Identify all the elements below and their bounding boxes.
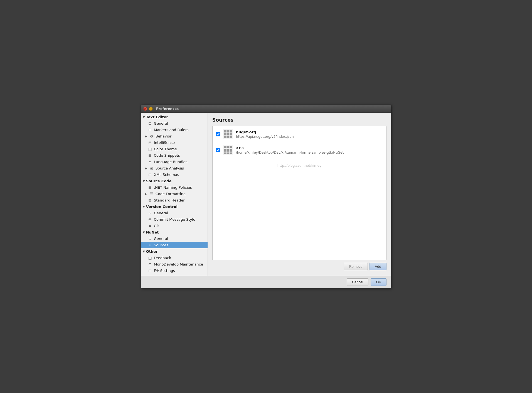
svg-rect-72 bbox=[230, 153, 231, 154]
svg-rect-16 bbox=[228, 133, 229, 134]
source-item-1: XF3 /home/kinfey/Desktop/Dev/xf/xamarin-… bbox=[213, 142, 386, 158]
svg-rect-54 bbox=[230, 149, 231, 150]
source-checkbox-0[interactable] bbox=[216, 132, 220, 136]
svg-rect-43 bbox=[231, 146, 232, 147]
nuget-icon-1 bbox=[223, 145, 233, 155]
svg-rect-22 bbox=[228, 134, 229, 135]
svg-rect-66 bbox=[230, 151, 231, 153]
svg-rect-62 bbox=[224, 151, 225, 153]
svg-rect-71 bbox=[228, 153, 229, 154]
sidebar-section-source-code[interactable]: ▼ Source Code bbox=[141, 178, 208, 184]
svg-rect-26 bbox=[225, 136, 226, 137]
svg-rect-45 bbox=[225, 147, 226, 148]
sidebar-item-sources[interactable]: ✦ Sources bbox=[141, 242, 208, 248]
feedback-icon: ◫ bbox=[148, 256, 152, 260]
color-icon: ◫ bbox=[148, 147, 152, 151]
nuget-icon-0 bbox=[223, 129, 233, 139]
header-icon: ⊞ bbox=[148, 198, 152, 202]
svg-rect-41 bbox=[228, 146, 229, 147]
remove-button[interactable]: Remove bbox=[344, 263, 368, 270]
svg-rect-10 bbox=[228, 131, 229, 132]
source-url-1: /home/kinfey/Desktop/Dev/xf/xamarin-form… bbox=[236, 151, 344, 154]
content-area: ▼ Text Editor ⊡ General ⊟ Markers and Ru… bbox=[141, 113, 391, 276]
commit-icon: ◎ bbox=[148, 217, 152, 222]
sidebar-item-monodevelop[interactable]: ⚙ MonoDevelop Maintenance bbox=[141, 261, 208, 267]
sidebar-item-language-bundles[interactable]: ✦ Language Bundles bbox=[141, 159, 208, 165]
sidebar-item-standard-header[interactable]: ⊞ Standard Header bbox=[141, 197, 208, 203]
svg-rect-63 bbox=[225, 151, 226, 153]
ok-button[interactable]: OK bbox=[371, 278, 386, 286]
svg-rect-64 bbox=[227, 151, 228, 153]
svg-rect-34 bbox=[228, 137, 229, 138]
svg-rect-61 bbox=[231, 150, 232, 151]
svg-rect-27 bbox=[227, 136, 228, 137]
svg-rect-28 bbox=[228, 136, 229, 137]
arrow-nuget: ▼ bbox=[143, 231, 145, 234]
svg-rect-1 bbox=[224, 130, 225, 131]
panel-bottom-bar: Remove Add bbox=[212, 260, 386, 271]
svg-rect-18 bbox=[231, 133, 232, 134]
analysis-icon: ◉ bbox=[149, 166, 154, 170]
sidebar-item-general-te[interactable]: ⊡ General bbox=[141, 120, 208, 127]
sidebar-section-text-editor[interactable]: ▼ Text Editor bbox=[141, 114, 208, 120]
sidebar-item-feedback[interactable]: ◫ Feedback bbox=[141, 255, 208, 261]
watermark: http://blog.csdn.net/kinfey bbox=[213, 158, 386, 173]
sidebar-item-commit-message[interactable]: ◎ Commit Message Style bbox=[141, 216, 208, 223]
svg-rect-53 bbox=[228, 149, 229, 150]
svg-rect-73 bbox=[231, 153, 232, 154]
sidebar-item-nuget-general[interactable]: ⊙ General bbox=[141, 235, 208, 242]
sidebar-item-color-theme[interactable]: ◫ Color Theme bbox=[141, 146, 208, 152]
sources-list: nuget.org https://api.nuget.org/v3/index… bbox=[212, 126, 386, 260]
sidebar-section-version-control[interactable]: ▼ Version Control bbox=[141, 203, 208, 210]
sidebar-item-behavior[interactable]: ▶ ⚙ Behavior bbox=[141, 133, 208, 139]
svg-rect-57 bbox=[225, 150, 226, 151]
minimize-button[interactable] bbox=[149, 107, 153, 111]
cancel-button[interactable]: Cancel bbox=[347, 278, 368, 286]
svg-rect-24 bbox=[231, 134, 232, 135]
nuget-general-icon: ⊙ bbox=[148, 237, 152, 241]
sidebar-section-label-nuget: NuGet bbox=[146, 230, 159, 234]
source-item-0: nuget.org https://api.nuget.org/v3/index… bbox=[213, 126, 386, 142]
sidebar-item-markers[interactable]: ⊟ Markers and Rulers bbox=[141, 127, 208, 133]
svg-rect-56 bbox=[224, 150, 225, 151]
sidebar-item-vc-general[interactable]: ⚡ General bbox=[141, 210, 208, 216]
svg-rect-13 bbox=[224, 133, 225, 134]
git-icon: ◆ bbox=[148, 224, 152, 228]
sidebar-section-other[interactable]: ▼ Other bbox=[141, 248, 208, 255]
sidebar-section-nuget[interactable]: ▼ NuGet bbox=[141, 229, 208, 235]
sidebar-item-source-analysis[interactable]: ▶ ◉ Source Analysis bbox=[141, 165, 208, 171]
svg-rect-50 bbox=[224, 149, 225, 150]
source-name-0: nuget.org bbox=[236, 130, 294, 134]
svg-rect-30 bbox=[231, 136, 232, 137]
fsharp-icon: ⊡ bbox=[148, 269, 152, 273]
svg-rect-67 bbox=[231, 151, 232, 153]
svg-rect-23 bbox=[230, 134, 231, 135]
close-button[interactable]: ✕ bbox=[143, 107, 147, 111]
sidebar-item-code-snippets[interactable]: ⊞ Code Snippets bbox=[141, 152, 208, 159]
svg-rect-32 bbox=[225, 137, 226, 138]
vc-general-icon: ⚡ bbox=[148, 211, 152, 215]
svg-rect-40 bbox=[227, 146, 228, 147]
svg-rect-46 bbox=[227, 147, 228, 148]
sidebar-section-label-source-code: Source Code bbox=[146, 179, 172, 183]
sidebar-item-code-formatting[interactable]: ▶ ☰ Code Formatting bbox=[141, 191, 208, 197]
svg-rect-47 bbox=[228, 147, 229, 148]
svg-rect-8 bbox=[225, 131, 226, 132]
sidebar-section-label-version-control: Version Control bbox=[146, 205, 178, 209]
titlebar: ✕ Preferences bbox=[141, 105, 391, 113]
sidebar-item-intellisense[interactable]: ⊞ IntelliSense bbox=[141, 139, 208, 146]
panel-title: Sources bbox=[212, 117, 386, 123]
source-action-buttons: Remove Add bbox=[344, 263, 386, 270]
svg-rect-14 bbox=[225, 133, 226, 134]
sidebar-item-git[interactable]: ◆ Git bbox=[141, 223, 208, 229]
sidebar-item-naming[interactable]: ⊟ .NET Naming Policies bbox=[141, 184, 208, 191]
svg-rect-7 bbox=[224, 131, 225, 132]
svg-rect-60 bbox=[230, 150, 231, 151]
source-checkbox-1[interactable] bbox=[216, 148, 220, 152]
arrow-analysis: ▶ bbox=[145, 167, 147, 170]
svg-rect-38 bbox=[224, 146, 225, 147]
sidebar-item-fsharp[interactable]: ⊡ F# Settings bbox=[141, 267, 208, 274]
sidebar-item-xml-schemas[interactable]: ⊡ XML Schemas bbox=[141, 171, 208, 178]
add-button[interactable]: Add bbox=[370, 263, 386, 270]
sidebar: ▼ Text Editor ⊡ General ⊟ Markers and Ru… bbox=[141, 113, 208, 276]
